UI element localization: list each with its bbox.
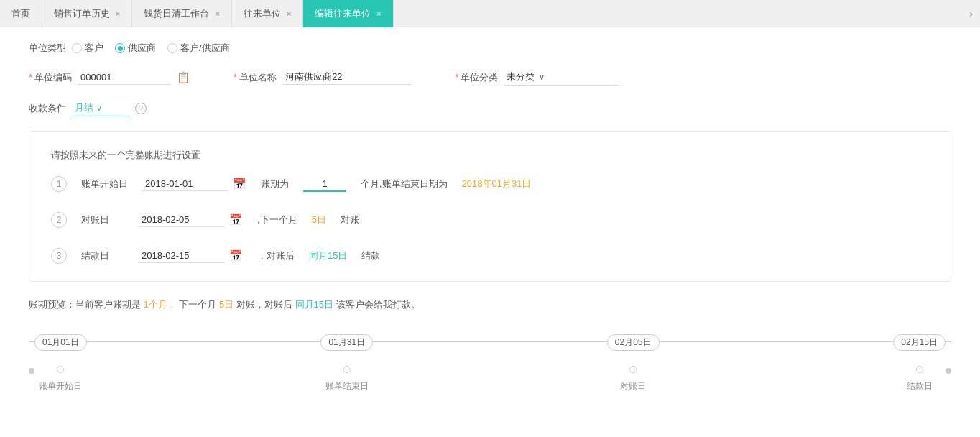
preview-mid2: 对账，对账后 [236,299,292,310]
tab-edit-partner-close[interactable]: × [376,9,381,18]
step-period-unit: 个月,账单结束日期为 [361,178,448,190]
timeline-node-1: 01月31日 账单结束日 [320,334,373,392]
step-date-3: 📅 [139,249,243,263]
tab-sales-history[interactable]: 销售订单历史 × [42,0,132,27]
help-icon[interactable]: ? [135,103,147,114]
timeline-date-1: 01月31日 [320,334,373,351]
period-input[interactable] [303,177,346,192]
timeline: 01月01日 账单开始日 01月31日 账单结束日 02月05日 对账日 02月… [29,327,951,414]
payment-select[interactable]: 月结 ∨ [72,100,129,116]
unit-type-label: 单位类型 [29,42,66,55]
step-num-1: 1 [51,176,67,192]
step-desc-2-before: ,下一个月 [257,213,297,226]
unit-type-group: 单位类型 客户 供应商 客户/供应商 [29,42,230,55]
step-desc-3-before: ，对账后 [257,249,295,262]
category-chevron-icon: ∨ [539,73,545,82]
radio-circle-both [167,43,177,53]
category-select[interactable]: 未分类 ∨ [504,69,619,86]
category-label: 单位分类 [455,71,498,84]
timeline-label-0: 账单开始日 [39,380,82,392]
code-group: 单位编码 📋 [29,70,190,85]
tabs-bar: 首页 销售订单历史 × 钱货日清工作台 × 往来单位 × 编辑往来单位 × › [0,0,980,27]
radio-supplier-label: 供应商 [128,42,156,55]
preview-mid1: 下一个月 [179,299,216,310]
main-content: 单位类型 客户 供应商 客户/供应商 单位编码 📋 [0,27,980,437]
step-highlight-3: 同月15日 [309,249,347,262]
radio-customer[interactable]: 客户 [72,42,103,55]
tab-partners[interactable]: 往来单位 × [232,0,303,27]
payment-value: 月结 [75,101,93,114]
period-end-date: 2018年01月31日 [462,178,532,190]
timeline-left-dot [29,368,34,374]
tab-partners-close[interactable]: × [287,9,291,18]
step-date-2: 📅 [139,213,243,227]
timeline-date-2: 02月05日 [607,334,660,351]
radio-customer-label: 客户 [85,42,103,55]
unit-type-row: 单位类型 客户 供应商 客户/供应商 [29,42,951,55]
timeline-dot-0 [57,366,64,373]
timeline-label-3: 结款日 [907,380,933,392]
step-num-3: 3 [51,248,67,264]
step-desc-3-after: 结款 [361,249,380,262]
step-date-input-1[interactable] [142,177,228,191]
tab-home[interactable]: 首页 [0,0,42,27]
step-calendar-icon-2[interactable]: 📅 [229,213,243,226]
tab-edit-partner[interactable]: 编辑往来单位 × [303,0,393,27]
preview-highlight2: 5日 [219,299,234,310]
timeline-dot-2 [629,366,637,373]
code-input[interactable] [78,70,171,85]
step-calendar-icon-1[interactable]: 📅 [233,178,246,190]
radio-supplier[interactable]: 供应商 [115,42,156,55]
timeline-right-dot [946,368,951,374]
timeline-label-2: 对账日 [620,380,646,392]
category-group: 单位分类 未分类 ∨ [455,69,619,86]
card-title: 请按照未来的一个完整账期进行设置 [51,149,929,162]
step-label-3: 结款日 [81,249,124,262]
step-desc-2-after: 对账 [341,213,359,226]
step-row-1: 1 账单开始日 📅 账期为 个月,账单结束日期为 2018年01月31日 [51,176,929,192]
step-date-input-3[interactable] [139,249,225,263]
payment-label: 收款条件 [29,102,66,115]
tab-sales-history-close[interactable]: × [116,9,120,18]
step-label-1: 账单开始日 [81,178,128,190]
step-num-2: 2 [51,212,67,228]
name-group: 单位名称 [234,70,412,85]
preview-highlight3: 同月15日 [295,299,333,310]
payment-group: 收款条件 月结 ∨ ? [29,100,147,116]
step-highlight-2: 5日 [312,213,326,226]
tabs-more-button[interactable]: › [962,8,980,19]
timeline-nodes: 01月01日 账单开始日 01月31日 账单结束日 02月05日 对账日 02月… [34,334,946,392]
radio-both-label: 客户/供应商 [180,42,230,55]
tab-cash-workbench-close[interactable]: × [215,9,219,18]
name-input[interactable] [282,70,412,85]
settings-card: 请按照未来的一个完整账期进行设置 1 账单开始日 📅 账期为 个月,账单结束日期… [29,131,951,282]
step-date-1: 📅 [142,177,246,191]
preview-prefix: 账期预览：当前客户账期是 [29,299,141,310]
preview-highlight1: 1个月， [144,299,177,310]
radio-group: 客户 供应商 客户/供应商 [72,42,230,55]
timeline-label-1: 账单结束日 [325,380,369,392]
preview-suffix: 该客户会给我打款。 [336,299,420,310]
timeline-dot-1 [343,366,351,373]
category-value: 未分类 [507,70,535,83]
fields-row: 单位编码 📋 单位名称 单位分类 未分类 ∨ [29,69,951,86]
timeline-date-3: 02月15日 [893,334,946,351]
payment-chevron-icon: ∨ [96,104,102,113]
payment-row: 收款条件 月结 ∨ ? [29,100,951,116]
code-label: 单位编码 [29,71,72,84]
step-period-label: 账期为 [261,178,289,190]
code-calendar-icon[interactable]: 📋 [177,71,190,84]
preview-text: 账期预览：当前客户账期是 1个月， 下一个月 5日 对账，对账后 同月15日 该… [29,296,951,313]
timeline-date-0: 01月01日 [34,334,87,351]
timeline-node-2: 02月05日 对账日 [607,334,660,392]
step-date-input-2[interactable] [139,213,225,227]
radio-circle-supplier [115,43,125,53]
step-label-2: 对账日 [81,213,124,226]
radio-both[interactable]: 客户/供应商 [167,42,230,55]
step-row-3: 3 结款日 📅 ，对账后 同月15日 结款 [51,248,929,264]
tab-cash-workbench[interactable]: 钱货日清工作台 × [132,0,231,27]
timeline-node-3: 02月15日 结款日 [893,334,946,392]
step-calendar-icon-3[interactable]: 📅 [229,249,243,262]
step-row-2: 2 对账日 📅 ,下一个月 5日 对账 [51,212,929,228]
radio-circle-customer [72,43,82,53]
